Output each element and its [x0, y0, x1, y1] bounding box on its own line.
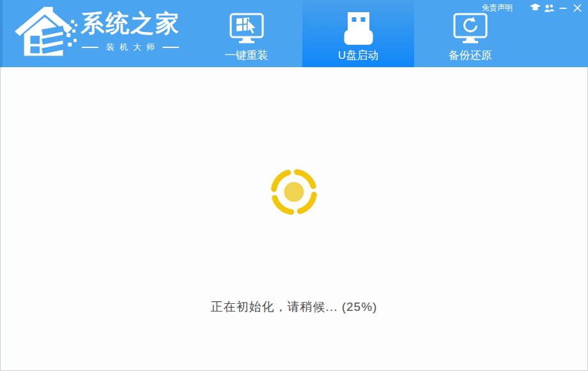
subtitle-left-dash — [82, 47, 98, 48]
logo-title: 系统之家 — [81, 11, 180, 37]
logo-text: 系统之家 装机大师 — [81, 11, 180, 53]
tab-usb-boot[interactable]: U盘启动 — [302, 0, 414, 67]
monitor-restore-icon — [453, 12, 488, 45]
content-area: 正在初始化，请稍候... (25%) — [0, 67, 588, 371]
app-header: 系统之家 装机大师 — [0, 0, 588, 67]
tab-label: 一键重装 — [225, 50, 268, 61]
tab-one-key-reinstall[interactable]: 一键重装 — [190, 0, 302, 67]
close-icon[interactable] — [570, 1, 584, 15]
minimize-icon[interactable] — [556, 1, 570, 15]
monitor-windows-icon — [229, 12, 265, 45]
status-text: 正在初始化，请稍候... (25%) — [1, 299, 587, 315]
app-logo: 系统之家 装机大师 — [13, 4, 180, 60]
loading-spinner-icon — [267, 164, 321, 219]
main-tabs: 一键重装 U盘启动 备份还原 — [190, 0, 526, 67]
app-window: 系统之家 装机大师 — [0, 0, 588, 371]
subtitle-right-dash — [162, 47, 179, 48]
house-logo-icon — [13, 4, 78, 60]
tab-label: U盘启动 — [338, 50, 378, 61]
users-icon[interactable] — [542, 1, 556, 15]
usb-drive-icon — [344, 12, 373, 45]
disclaimer-link[interactable]: 免责声明 — [482, 3, 513, 13]
logo-subtitle-text: 装机大师 — [106, 42, 160, 53]
tab-label: 备份还原 — [449, 50, 492, 61]
logo-subtitle: 装机大师 — [82, 42, 179, 53]
graduation-cap-icon[interactable] — [528, 1, 542, 15]
titlebar-controls: 免责声明 — [482, 0, 584, 15]
